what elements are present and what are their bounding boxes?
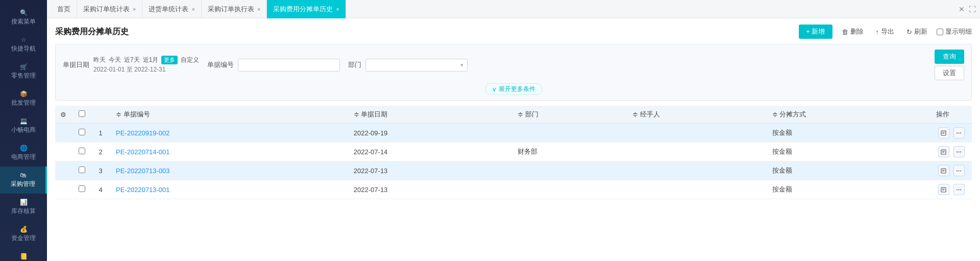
td-num-0: 1 xyxy=(90,124,111,143)
search-row: 单据日期 昨天 今天 近7天 近1月 更多 自定义 2022-01-01 至 2… xyxy=(63,50,964,80)
sidebar-item-ledger[interactable]: 📒 总账管理 xyxy=(0,248,47,261)
page-header: 采购费用分摊单历史 + 新增 🗑 删除 ↑ 导出 ↻ 刷新 显示明细 xyxy=(55,25,972,39)
op-view-0[interactable] xyxy=(938,127,949,138)
date-range: 昨天 今天 近7天 近1月 更多 自定义 2022-01-01 至 2022-1… xyxy=(93,56,199,74)
td-handler-3 xyxy=(627,180,767,199)
sidebar-item-xiaopang[interactable]: 💻 小畅电商 xyxy=(0,112,47,139)
check-all-input[interactable] xyxy=(79,110,85,117)
shortcut-yesterday[interactable]: 昨天 xyxy=(93,56,106,64)
order-no-link-0[interactable]: PE-20220919-002 xyxy=(116,129,170,137)
svg-point-15 xyxy=(957,170,958,171)
op-more-3[interactable] xyxy=(953,184,965,195)
xiaopang-icon: 💻 xyxy=(2,117,45,125)
th-ops: 操作 xyxy=(931,106,972,124)
query-button[interactable]: 查询 xyxy=(935,50,964,64)
sidebar-item-purchase-label: 采购管理 xyxy=(2,180,43,188)
show-details-checkbox[interactable]: 显示明细 xyxy=(937,27,972,36)
export-button[interactable]: ↑ 导出 xyxy=(873,26,898,38)
tab-goods-stats[interactable]: 进货单统计表 × xyxy=(142,0,201,18)
delete-label: 删除 xyxy=(850,27,864,36)
shortcut-more[interactable]: 更多 xyxy=(161,56,178,64)
td-date-2: 2022-07-13 xyxy=(349,161,512,180)
op-more-2[interactable] xyxy=(953,165,965,176)
td-dept-1: 财务部 xyxy=(512,143,627,161)
purchase-icon: 🛍 xyxy=(2,172,43,179)
td-handler-2 xyxy=(627,161,767,180)
sidebar-item-wholesale[interactable]: 📦 批发管理 xyxy=(0,85,47,112)
chevron-down-icon: ∨ xyxy=(492,86,497,93)
order-no-field: 单据编号 xyxy=(207,59,340,72)
delete-button[interactable]: 🗑 删除 xyxy=(839,26,867,38)
td-check-2[interactable] xyxy=(74,161,90,180)
th-split-method[interactable]: ≑ 分摊方式 xyxy=(767,106,932,124)
op-view-2[interactable] xyxy=(938,165,949,176)
td-order-no-1: PE-20220714-001 xyxy=(111,143,349,161)
expand-button[interactable]: ∨ 展开更多条件 xyxy=(485,83,542,95)
tab-purchase-order-exec-label: 采购订单执行表 xyxy=(208,5,254,14)
order-no-input[interactable] xyxy=(238,59,340,72)
row-checkbox-1[interactable] xyxy=(79,148,85,154)
th-handler[interactable]: ≑ 经手人 xyxy=(627,106,767,124)
window-close-icon[interactable]: ✕ xyxy=(959,5,965,13)
export-label: 导出 xyxy=(881,27,894,36)
row-checkbox-0[interactable] xyxy=(79,129,85,135)
tab-purchase-order-exec[interactable]: 采购订单执行表 × xyxy=(202,0,267,18)
inventory-icon: 📊 xyxy=(2,199,45,206)
tab-home[interactable]: 首页 xyxy=(51,0,77,18)
page-content: 采购费用分摊单历史 + 新增 🗑 删除 ↑ 导出 ↻ 刷新 显示明细 xyxy=(47,18,980,261)
sidebar-item-xiaopang-label: 小畅电商 xyxy=(2,126,45,134)
th-order-no[interactable]: ≑ 单据编号 xyxy=(111,106,349,124)
search-icon: 🔍 xyxy=(2,9,45,16)
op-more-0[interactable] xyxy=(953,127,965,138)
td-date-3: 2022-07-13 xyxy=(349,180,512,199)
sidebar-item-retail[interactable]: 🛒 零售管理 xyxy=(0,58,47,85)
sidebar-item-wholesale-label: 批发管理 xyxy=(2,99,45,107)
row-checkbox-2[interactable] xyxy=(79,167,85,173)
op-view-3[interactable] xyxy=(938,184,949,195)
add-button[interactable]: + 新增 xyxy=(799,25,832,39)
sidebar-item-search[interactable]: 🔍 搜索菜单 xyxy=(0,4,47,31)
op-view-1[interactable] xyxy=(938,146,949,157)
order-no-link-2[interactable]: PE-20220713-003 xyxy=(116,167,170,175)
tab-purchase-order-exec-close[interactable]: × xyxy=(257,6,260,12)
td-order-no-3: PE-20220713-001 xyxy=(111,180,349,199)
dept-input[interactable] xyxy=(365,59,468,72)
svg-point-22 xyxy=(959,189,960,190)
td-check-0[interactable] xyxy=(74,124,90,143)
th-date[interactable]: ≑ 单据日期 xyxy=(349,106,512,124)
export-icon: ↑ xyxy=(876,28,879,36)
tab-goods-stats-close[interactable]: × xyxy=(191,6,194,12)
shortcut-1month[interactable]: 近1月 xyxy=(143,56,159,64)
tab-purchase-cost-split[interactable]: 采购费用分摊单历史 × xyxy=(267,0,346,18)
dept-field: 部门 xyxy=(348,59,468,72)
row-checkbox-3[interactable] xyxy=(79,185,85,192)
order-no-link-1[interactable]: PE-20220714-001 xyxy=(116,148,170,156)
sidebar-item-finance[interactable]: 💰 资金管理 xyxy=(0,221,47,248)
td-check-3[interactable] xyxy=(74,180,90,199)
sidebar-item-ecommerce[interactable]: 🌐 电商管理 xyxy=(0,139,47,167)
refresh-button[interactable]: ↻ 刷新 xyxy=(903,26,930,38)
shortcut-today[interactable]: 今天 xyxy=(109,56,121,64)
th-gear[interactable]: ⚙ xyxy=(55,106,74,124)
tab-purchase-cost-split-close[interactable]: × xyxy=(336,6,339,12)
page-title: 采购费用分摊单历史 xyxy=(55,27,129,37)
show-details-input[interactable] xyxy=(937,29,943,35)
dept-label: 部门 xyxy=(348,60,361,69)
setting-button[interactable]: 设置 xyxy=(935,66,964,80)
op-more-1[interactable] xyxy=(953,146,965,157)
td-check-1[interactable] xyxy=(74,143,90,161)
shortcut-custom[interactable]: 自定义 xyxy=(181,56,199,64)
shortcut-7days[interactable]: 近7天 xyxy=(124,56,140,64)
tab-purchase-cost-split-label: 采购费用分摊单历史 xyxy=(273,5,333,14)
sidebar-item-purchase[interactable]: 🛍 采购管理 xyxy=(0,167,47,194)
th-dept[interactable]: ≑ 部门 xyxy=(512,106,627,124)
tab-purchase-order-stats[interactable]: 采购订单统计表 × xyxy=(77,0,142,18)
wholesale-icon: 📦 xyxy=(2,90,45,98)
order-no-link-3[interactable]: PE-20220713-001 xyxy=(116,186,170,194)
sidebar-item-shortcut[interactable]: ☆ 快捷导航 xyxy=(0,31,47,58)
tab-purchase-order-stats-close[interactable]: × xyxy=(133,6,136,12)
tab-goods-stats-label: 进货单统计表 xyxy=(149,5,188,14)
sidebar-item-inventory[interactable]: 📊 库存核算 xyxy=(0,194,47,221)
window-maximize-icon[interactable]: ⛶ xyxy=(969,5,976,13)
data-table: ⚙ ≑ 单据编号 ≑ 单据日期 xyxy=(55,106,972,199)
